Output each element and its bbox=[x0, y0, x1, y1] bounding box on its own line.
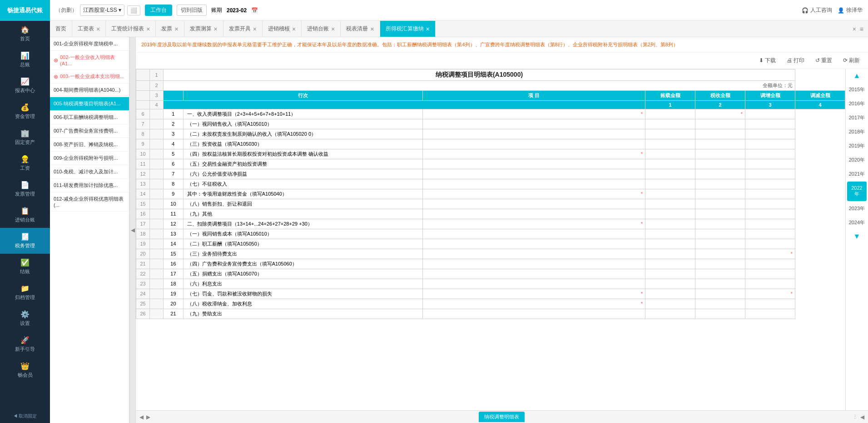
cell-v1[interactable] bbox=[423, 279, 645, 289]
table-row[interactable]: 1510（八）销售折扣、折让和退回 bbox=[136, 199, 845, 209]
cell-v2[interactable] bbox=[645, 289, 695, 299]
table-row[interactable]: 1611（九）其他 bbox=[136, 209, 845, 219]
table-row[interactable]: 116（五）交易性金融资产初始投资调整 bbox=[136, 159, 845, 169]
table-row[interactable]: 83（二）未按权责发生制原则确认的收入（填写A105020 0） bbox=[136, 129, 845, 139]
cell-v1[interactable]: * bbox=[423, 109, 645, 119]
download-button[interactable]: ⬇ 下载 bbox=[756, 55, 779, 66]
cell-v2[interactable] bbox=[645, 179, 695, 189]
table-row[interactable]: 1813（一）视同销售成本（填写A105010） bbox=[136, 229, 845, 239]
tab-purchsale-ledger-close[interactable]: × bbox=[331, 25, 335, 33]
cell-xiangmu[interactable]: （九）赞助支出 bbox=[183, 309, 422, 319]
left-item-010[interactable]: 010-免税、减计收入及加计... bbox=[50, 165, 129, 179]
year-2022[interactable]: 2022年 bbox=[847, 182, 867, 201]
year-2017[interactable]: 2017年 bbox=[846, 111, 868, 125]
cell-v4[interactable] bbox=[745, 139, 795, 149]
left-item-012[interactable]: 012-减免企业所得税优惠明细表(... bbox=[50, 192, 129, 212]
table-row[interactable]: 2318（六）利息支出 bbox=[136, 279, 845, 289]
year-2019[interactable]: 2019年 bbox=[846, 139, 868, 153]
tab-invoice-calc[interactable]: 发票测算 × bbox=[184, 21, 223, 37]
cell-v4[interactable] bbox=[745, 179, 795, 189]
table-row[interactable]: 2419（七）罚金、罚款和被没收财物的损失** bbox=[136, 289, 845, 299]
sidebar-item-invoice[interactable]: 📄 发票管理 bbox=[0, 176, 50, 202]
cell-xiangmu[interactable]: （六）利息支出 bbox=[183, 279, 422, 289]
cell-v3[interactable] bbox=[695, 269, 745, 279]
cell-v4[interactable] bbox=[745, 229, 795, 239]
cell-v3[interactable]: * bbox=[695, 109, 745, 119]
cell-v3[interactable] bbox=[695, 119, 745, 129]
cell-v4[interactable] bbox=[745, 219, 795, 229]
sidebar-item-archive[interactable]: 📁 归档管理 bbox=[0, 280, 50, 305]
sidebar-item-member[interactable]: 👑 畅会员 bbox=[0, 357, 50, 383]
cell-v1[interactable] bbox=[423, 309, 645, 319]
cell-v1[interactable] bbox=[423, 129, 645, 139]
cell-v4[interactable] bbox=[745, 129, 795, 139]
table-row[interactable]: 1712二、扣除类调整项目（13+14+...24+26+27+28+29 +3… bbox=[136, 219, 845, 229]
sidebar-item-guide[interactable]: 🚀 新手引导 bbox=[0, 331, 50, 357]
left-item-004[interactable]: 004-期间费用明细表(A1040...) bbox=[50, 84, 129, 97]
sidebar-item-ledger[interactable]: 📊 总账 bbox=[0, 47, 50, 73]
tab-payroll[interactable]: 工资表 × bbox=[72, 21, 106, 37]
calendar-icon[interactable]: 📅 bbox=[251, 7, 258, 14]
tab-invoice-open[interactable]: 发票开具 × bbox=[223, 21, 263, 37]
cell-v3[interactable] bbox=[695, 309, 745, 319]
cell-v1[interactable]: * bbox=[423, 149, 645, 159]
year-scroll-up[interactable]: ▲ bbox=[851, 69, 863, 83]
year-2015[interactable]: 2015年 bbox=[846, 83, 868, 97]
table-row[interactable]: 2116（四）广告费和业务宣传费支出（填写A105060） bbox=[136, 259, 845, 269]
left-item-011[interactable]: 011-研发费用加计扣除优惠... bbox=[50, 179, 129, 192]
cell-xiangmu[interactable]: （五）捐赠支出（填写A105070） bbox=[183, 269, 422, 279]
cell-v3[interactable] bbox=[695, 149, 745, 159]
cell-v1[interactable] bbox=[423, 169, 645, 179]
tab-payroll-stats[interactable]: 工资统计报表 × bbox=[106, 21, 156, 37]
company-dropdown[interactable]: 江西股室-LSS ▾ bbox=[80, 5, 124, 16]
cell-v2[interactable] bbox=[645, 169, 695, 179]
cell-v1[interactable] bbox=[423, 119, 645, 129]
cell-v1[interactable] bbox=[423, 229, 645, 239]
cell-v3[interactable] bbox=[695, 209, 745, 219]
tab-purchsale-check-close[interactable]: × bbox=[292, 25, 296, 33]
cell-v4[interactable] bbox=[745, 269, 795, 279]
cell-v2[interactable] bbox=[645, 189, 695, 199]
cell-v1[interactable] bbox=[423, 199, 645, 209]
cell-v2[interactable] bbox=[645, 299, 695, 309]
cell-v4[interactable] bbox=[745, 309, 795, 319]
sidebar-item-assets[interactable]: 🏢 固定资产 bbox=[0, 124, 50, 150]
cell-v3[interactable] bbox=[695, 279, 745, 289]
year-2021[interactable]: 2021年 bbox=[846, 167, 868, 181]
left-item-009[interactable]: 009-企业所得税附补亏损明... bbox=[50, 152, 129, 165]
cell-xiangmu[interactable]: 一、收入类调整项目（2+3+4+5+6+7+8+10+11） bbox=[183, 109, 422, 119]
cell-v3[interactable] bbox=[695, 199, 745, 209]
cell-v1[interactable] bbox=[423, 269, 645, 279]
cell-xiangmu[interactable]: （七）罚金、罚款和被没收财物的损失 bbox=[183, 289, 422, 299]
cell-v1[interactable] bbox=[423, 179, 645, 189]
cell-v1[interactable] bbox=[423, 249, 645, 259]
cell-v1[interactable] bbox=[423, 239, 645, 249]
tab-tax-list-close[interactable]: × bbox=[370, 25, 374, 33]
cell-v2[interactable] bbox=[645, 159, 695, 169]
cell-v1[interactable]: * bbox=[423, 189, 645, 199]
left-item-002[interactable]: ⊗ 002-一般企业收入明细表(A1... bbox=[50, 51, 129, 70]
scroll-right-icon[interactable]: ▶ bbox=[146, 414, 150, 420]
cell-v2[interactable] bbox=[645, 309, 695, 319]
workbench-button[interactable]: 工作台 bbox=[145, 5, 172, 16]
cell-v3[interactable] bbox=[695, 139, 745, 149]
cell-xiangmu[interactable]: （七）不征税收入 bbox=[183, 179, 422, 189]
table-row[interactable]: 127（六）公允价值变动净损益 bbox=[136, 169, 845, 179]
tab-income-tax[interactable]: 所得税汇算缴纳 × bbox=[380, 21, 436, 37]
cell-xiangmu[interactable]: （六）公允价值变动净损益 bbox=[183, 169, 422, 179]
copy-button[interactable]: ⬜ bbox=[127, 5, 140, 15]
tab-purchsale-ledger[interactable]: 进销台账 × bbox=[302, 21, 341, 37]
cell-xiangmu[interactable]: （四）按权益法核算长期股权投资对初始投资成本调整 确认收益 bbox=[183, 149, 422, 159]
cell-v1[interactable]: * bbox=[423, 299, 645, 309]
cell-xiangmu[interactable]: （二）职工薪酬（填写A105050） bbox=[183, 239, 422, 249]
cell-v3[interactable] bbox=[695, 259, 745, 269]
year-2024[interactable]: 2024年 bbox=[846, 216, 868, 230]
cell-xiangmu[interactable]: （五）交易性金融资产初始投资调整 bbox=[183, 159, 422, 169]
service-button[interactable]: 🎧 人工咨询 bbox=[802, 6, 832, 14]
sidebar-item-reports[interactable]: 📈 报表中心 bbox=[0, 73, 50, 98]
cell-v4[interactable]: * bbox=[745, 249, 795, 259]
table-row[interactable]: 105（四）按权益法核算长期股权投资对初始投资成本调整 确认收益* bbox=[136, 149, 845, 159]
cell-v3[interactable] bbox=[695, 229, 745, 239]
cell-xiangmu[interactable]: （一）视同销售成本（填写A105010） bbox=[183, 229, 422, 239]
scroll-to-left-icon[interactable]: ◀ bbox=[860, 414, 864, 420]
